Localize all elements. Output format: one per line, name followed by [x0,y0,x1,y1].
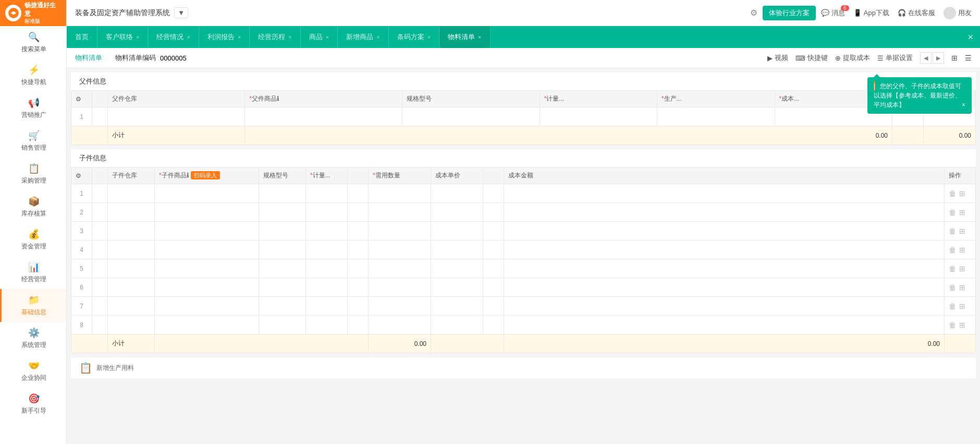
delete-icon-5[interactable]: 🗑 [949,265,956,273]
extract-cost-button[interactable]: ⊕ 提取成本 [835,53,870,63]
copy-icon-1[interactable]: ⊞ [959,189,965,198]
copy-icon-5[interactable]: ⊞ [959,265,965,273]
sidebar-item-basic-info[interactable]: 📁 基础信息 [0,289,66,322]
child-cell-sp1-1 [348,184,369,203]
sidebar-item-purchase[interactable]: 📋 采购管理 [0,158,66,190]
tab-goods[interactable]: 商品 × [301,26,338,48]
tab-close-new-goods[interactable]: × [376,34,379,40]
tab-close-profit[interactable]: × [238,34,241,40]
delete-icon-6[interactable]: 🗑 [949,283,956,292]
child-col-settings[interactable]: ⚙ [71,167,92,184]
delete-icon-2[interactable]: 🗑 [949,208,956,217]
tab-barcode[interactable]: 条码方案 × [389,26,439,48]
system-dropdown-button[interactable]: ▼ [174,7,188,18]
sidebar-item-operations[interactable]: 📊 经营管理 [0,256,66,289]
child-row-num-3: 3 [71,222,92,241]
copy-icon-6[interactable]: ⊞ [959,283,965,292]
copy-icon-2[interactable]: ⊞ [959,208,965,217]
sidebar-item-search[interactable]: 🔍 搜索菜单 [0,26,66,59]
trial-button[interactable]: 体验行业方案 [763,6,816,20]
nav-arrows: ◀ ▶ [920,52,944,64]
next-record-button[interactable]: ▶ [933,52,944,64]
sidebar-item-quick-nav[interactable]: ⚡ 快捷导航 [0,59,66,92]
child-cell-wh-1[interactable] [108,184,155,203]
child-row-num-7: 7 [71,297,92,316]
child-cell-ucost-1[interactable] [431,184,483,203]
app-download-button[interactable]: 📱 App下载 [853,8,889,18]
tab-operations[interactable]: 经营情况 × [148,26,199,48]
parent-cell-warehouse-1[interactable] [108,107,245,126]
child-subtotal-spacer2 [431,334,504,353]
list-view-icon[interactable]: ☰ [965,54,972,62]
delete-icon-3[interactable]: 🗑 [949,227,956,235]
view-video-button[interactable]: ▶ 视频 [767,53,788,63]
child-cell-goods-2[interactable] [155,203,259,222]
parent-cell-goods-1[interactable] [245,107,402,126]
delete-icon-8[interactable]: 🗑 [949,321,956,329]
parent-subtotal-row: 小计 0.00 0.00 [71,126,976,145]
child-cell-wh-2[interactable] [108,203,155,222]
tab-close-customer[interactable]: × [136,34,139,40]
single-settings-button[interactable]: ☰ 单据设置 [877,53,913,63]
parent-cell-produce-1[interactable] [657,107,775,126]
sidebar-item-sales[interactable]: 🛒 销售管理 [0,125,66,158]
parent-cell-unit-1[interactable] [540,107,657,126]
tab-close-barcode[interactable]: × [427,34,431,40]
tab-history[interactable]: 经营历程 × [250,26,300,48]
child-col-spacer [348,167,369,184]
tab-new-goods[interactable]: 新增商品 × [338,26,388,48]
child-cell-spec-2[interactable] [259,203,306,222]
breadcrumb-parent[interactable]: 物料清单 [75,53,102,63]
shortcut-button[interactable]: ⌨ 快捷键 [795,53,828,63]
sidebar-item-inventory[interactable]: 📦 库存核算 [0,190,66,223]
settings-icon[interactable]: ⚙ [750,8,757,18]
tab-home[interactable]: 首页 [67,26,97,48]
online-service-button[interactable]: 🎧 在线客服 [898,8,935,18]
add-row-icon[interactable]: 📋 [79,362,92,374]
scan-input-badge[interactable]: 扫码录入 [191,171,220,179]
sidebar-item-finance[interactable]: 💰 资金管理 [0,223,66,256]
logo-icon [5,5,21,21]
delete-icon-7[interactable]: 🗑 [949,302,956,310]
sidebar-item-enterprise[interactable]: 🤝 企业协同 [0,355,66,388]
delete-icon-1[interactable]: 🗑 [949,189,956,198]
child-cell-goods-1[interactable] [155,184,259,203]
tooltip-close-button[interactable]: × [962,100,965,110]
topbar-right: 💬 消息 6 📱 App下载 🎧 在线客服 用友 [821,7,972,19]
child-cell-qty-1[interactable] [369,184,431,203]
copy-icon-3[interactable]: ⊞ [959,227,965,235]
parent-cell-spec-1[interactable] [402,107,540,126]
tab-bom[interactable]: 物料清单 × [439,26,490,48]
sidebar-item-marketing[interactable]: 📢 营销推广 [0,92,66,125]
bottom-bar: 📋 新增生产用料 [71,357,976,378]
megaphone-icon: 📢 [28,97,40,109]
child-table: ⚙ 子件仓库 *子件商品ℹ 扫码录入 规格型号 *计量... *需用数量 成本单… [71,167,976,353]
tab-close-bom[interactable]: × [478,34,481,40]
tab-close-history[interactable]: × [288,34,291,40]
close-all-tabs-button[interactable]: ✕ [961,33,980,41]
copy-icon-8[interactable]: ⊞ [959,321,965,329]
message-button[interactable]: 💬 消息 6 [821,8,845,18]
tab-close-goods[interactable]: × [326,34,329,40]
tab-customer[interactable]: 客户联络 × [97,26,148,48]
child-row-num-8: 8 [71,316,92,334]
child-cell-spec-1[interactable] [259,184,306,203]
grid-view-icon[interactable]: ⊞ [951,54,958,62]
copy-icon-7[interactable]: ⊞ [959,302,965,310]
sidebar-item-guide[interactable]: 🎯 新手引导 [0,388,66,421]
child-row-num-4: 4 [71,241,92,259]
user-menu[interactable]: 用友 [944,7,972,19]
child-cell-unit-1[interactable] [306,184,348,203]
copy-icon-4[interactable]: ⊞ [959,246,965,254]
child-cell-sort-2 [92,203,108,222]
child-row-num-5: 5 [71,259,92,278]
tab-close-operations[interactable]: × [187,34,190,40]
delete-icon-4[interactable]: 🗑 [949,246,956,254]
child-cell-ucost-2[interactable] [431,203,483,222]
child-cell-qty-2[interactable] [369,203,431,222]
tab-profit[interactable]: 利润报告 × [199,26,250,48]
child-cell-unit-2[interactable] [306,203,348,222]
prev-record-button[interactable]: ◀ [920,52,932,64]
parent-col-settings[interactable]: ⚙ [71,91,92,107]
sidebar-item-system[interactable]: ⚙️ 系统管理 [0,322,66,355]
